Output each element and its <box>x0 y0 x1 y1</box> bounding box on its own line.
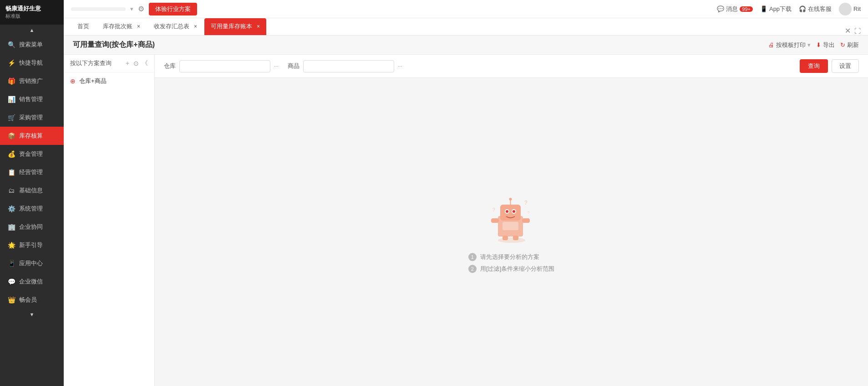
headset-icon: 🎧 <box>799 5 806 12</box>
empty-state: ? ? ? 1 请先选择要分析的方案 2 用[过滤]条件来缩小分析范围 <box>155 78 868 386</box>
svg-rect-12 <box>522 218 530 223</box>
warehouse-product-icon: ⊕ <box>70 77 76 85</box>
sidebar-item-operations[interactable]: 📋 经营管理 <box>0 163 64 181</box>
tab-home[interactable]: 首页 <box>71 18 96 35</box>
sidebar-label-enterprise: 企业协同 <box>19 223 43 231</box>
app-download-icon: 📱 <box>760 5 767 12</box>
basic-icon: 🗂 <box>7 187 15 194</box>
sidebar-item-search[interactable]: 🔍 搜索菜单 <box>0 36 64 54</box>
product-input[interactable] <box>303 60 394 72</box>
sidebar-scroll-down[interactable]: ▼ <box>0 309 64 320</box>
filter-panel: 按以下方案查询 ＋ ⊙ 《 ⊕ 仓库+商品 <box>64 55 155 386</box>
sidebar-scroll: ▲ 🔍 搜索菜单 ⚡ 快捷导航 🎁 营销推广 📊 销售管理 🛒 采购管理 📦 库… <box>0 25 64 386</box>
tab-batch-account-close[interactable]: × <box>137 23 140 30</box>
industry-solution-button[interactable]: 体验行业方案 <box>149 3 197 15</box>
print-label: 按模板打印 <box>776 41 806 49</box>
print-button[interactable]: 🖨 按模板打印 ▾ <box>768 41 811 49</box>
app-logo: 畅康通好生意 标准版 <box>0 0 64 25</box>
enterprise-icon: 🏢 <box>7 223 15 231</box>
dropdown-icon[interactable]: ▾ <box>130 5 133 12</box>
content-area: 按以下方案查询 ＋ ⊙ 《 ⊕ 仓库+商品 仓库 ··· <box>64 55 868 386</box>
message-badge: 99+ <box>740 6 753 12</box>
sidebar-item-purchase[interactable]: 🛒 采购管理 <box>0 108 64 127</box>
filter-header-actions: ＋ ⊙ 《 <box>124 59 148 67</box>
message-icon: 💬 <box>717 5 724 12</box>
svg-point-8 <box>509 198 512 201</box>
user-menu[interactable]: Rit <box>839 3 861 15</box>
online-service-item[interactable]: 🎧 在线客服 <box>799 5 832 13</box>
online-service-label: 在线客服 <box>808 5 832 13</box>
empty-tips: 1 请先选择要分析的方案 2 用[过滤]条件来缩小分析范围 <box>468 253 554 273</box>
export-icon: ⬇ <box>816 41 821 48</box>
sidebar-label-finance: 资金管理 <box>19 150 43 158</box>
tab-available-ledger-label: 可用量库存账本 <box>211 22 252 31</box>
sidebar-scroll-up[interactable]: ▲ <box>0 25 64 36</box>
sidebar-item-marketing[interactable]: 🎁 营销推广 <box>0 72 64 90</box>
sidebar-label-marketing: 营销推广 <box>19 77 43 85</box>
tab-available-ledger-close[interactable]: × <box>257 23 260 30</box>
tip-1-text: 请先选择要分析的方案 <box>480 253 539 261</box>
product-label: 商品 <box>288 62 299 70</box>
settings-gear-icon[interactable]: ⚙ <box>138 5 144 13</box>
print-dropdown-icon[interactable]: ▾ <box>807 41 811 48</box>
finance-icon: 💰 <box>7 150 15 158</box>
svg-text:?: ? <box>528 211 530 215</box>
topbar-left: ▾ ⚙ 体验行业方案 <box>71 3 197 15</box>
filter-header: 按以下方案查询 ＋ ⊙ 《 <box>64 55 154 72</box>
sidebar-item-guide[interactable]: 🌟 新手引导 <box>0 236 64 254</box>
product-more-btn[interactable]: ··· <box>398 63 402 69</box>
svg-rect-9 <box>503 236 508 240</box>
sidebar-item-member[interactable]: 👑 畅会员 <box>0 291 64 309</box>
settings-button[interactable]: 设置 <box>832 59 859 73</box>
warehouse-more-btn[interactable]: ··· <box>274 63 279 69</box>
member-icon: 👑 <box>7 296 15 304</box>
tab-expand-icon[interactable]: ⛶ <box>854 27 861 35</box>
sidebar-item-system[interactable]: ⚙️ 系统管理 <box>0 200 64 218</box>
sidebar-item-wechat[interactable]: 💬 企业微信 <box>0 273 64 291</box>
tab-receipt-summary-close[interactable]: × <box>194 23 197 30</box>
tab-available-ledger[interactable]: 可用量库存账本 × <box>204 18 266 35</box>
sidebar-label-app-center: 应用中心 <box>19 259 43 268</box>
sidebar-item-enterprise[interactable]: 🏢 企业协同 <box>0 218 64 236</box>
operations-icon: 📋 <box>7 169 15 176</box>
tab-window-close-icon[interactable]: ✕ <box>845 26 851 35</box>
warehouse-input[interactable] <box>179 60 270 72</box>
product-field: 商品 ··· <box>288 60 402 72</box>
settings-filter-icon[interactable]: ⊙ <box>133 60 139 67</box>
tab-receipt-summary-label: 收发存汇总表 <box>154 22 189 31</box>
tabbar: 首页 库存批次账 × 收发存汇总表 × 可用量库存账本 × ✕ ⛶ <box>64 18 868 36</box>
sidebar-label-shortcut: 快捷导航 <box>19 59 43 67</box>
query-actions: 查询 设置 <box>800 59 859 73</box>
sidebar-item-sales[interactable]: 📊 销售管理 <box>0 90 64 108</box>
app-center-icon: 📱 <box>7 260 15 267</box>
refresh-button[interactable]: ↻ 刷新 <box>840 41 859 49</box>
sidebar-item-basic[interactable]: 🗂 基础信息 <box>0 181 64 200</box>
app-download-label: App下载 <box>769 5 792 13</box>
collapse-filter-icon[interactable]: 《 <box>142 59 148 67</box>
print-icon: 🖨 <box>768 41 774 48</box>
sidebar-item-app-center[interactable]: 📱 应用中心 <box>0 254 64 273</box>
app-download-item[interactable]: 📱 App下载 <box>760 5 792 13</box>
sidebar-item-shortcut[interactable]: ⚡ 快捷导航 <box>0 54 64 72</box>
svg-point-6 <box>513 210 515 213</box>
message-label: 消息 <box>726 5 738 13</box>
warehouse-field: 仓库 ··· <box>164 60 279 72</box>
svg-text:?: ? <box>524 200 528 206</box>
query-button[interactable]: 查询 <box>800 59 828 73</box>
message-item[interactable]: 💬 消息 99+ <box>717 5 753 13</box>
add-filter-icon[interactable]: ＋ <box>124 59 131 67</box>
tab-batch-account[interactable]: 库存批次账 × <box>96 18 147 35</box>
filter-item-label: 仓库+商品 <box>79 77 107 85</box>
filter-item-warehouse-product[interactable]: ⊕ 仓库+商品 <box>64 72 154 90</box>
sidebar-label-guide: 新手引导 <box>19 241 43 249</box>
export-button[interactable]: ⬇ 导出 <box>816 41 835 49</box>
company-name: 畅康通好生意 <box>5 5 58 13</box>
shortcut-icon: ⚡ <box>7 59 15 67</box>
sidebar-item-inventory[interactable]: 📦 库存核算 <box>0 127 64 145</box>
tab-receipt-summary[interactable]: 收发存汇总表 × <box>147 18 203 35</box>
refresh-label: 刷新 <box>847 41 859 49</box>
topbar-right: 💬 消息 99+ 📱 App下载 🎧 在线客服 Rit <box>717 3 861 15</box>
tab-batch-account-label: 库存批次账 <box>103 22 132 31</box>
sidebar-item-finance[interactable]: 💰 资金管理 <box>0 145 64 163</box>
tip-2-text: 用[过滤]条件来缩小分析范围 <box>480 265 554 273</box>
